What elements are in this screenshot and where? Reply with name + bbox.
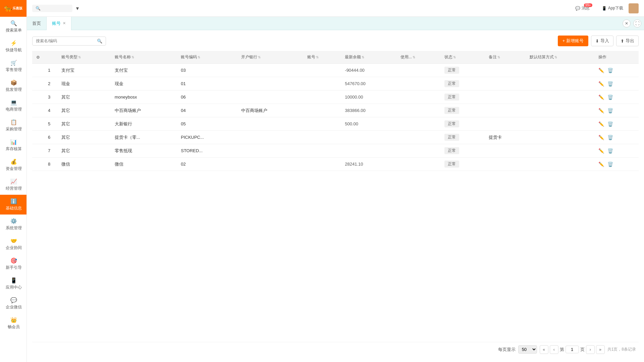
sort-name-icon: ⇅ — [131, 55, 134, 59]
row-bank — [237, 131, 303, 144]
edit-icon[interactable]: ✏️ — [598, 135, 604, 140]
header-search[interactable]: 🔍 — [32, 5, 72, 12]
delete-icon[interactable]: 🗑️ — [607, 121, 613, 127]
col-code[interactable]: 账号编码⇅ — [177, 51, 237, 64]
row-num: 2 — [44, 77, 57, 90]
sidebar-item-search-menu[interactable]: 🔍搜索菜单 — [0, 17, 26, 37]
import-button[interactable]: ⬇ 导入 — [591, 36, 613, 46]
row-remark: 提货卡 — [485, 131, 526, 144]
row-name: 微信 — [111, 158, 177, 171]
row-name: moneybosx — [111, 90, 177, 104]
row-account — [303, 131, 341, 144]
sidebar-item-app-center[interactable]: 📱应用中心 — [0, 274, 26, 294]
tab-expand-btn[interactable]: ⛶ — [633, 19, 641, 27]
tab-account-close[interactable]: ✕ — [63, 21, 66, 25]
sidebar-item-system-mgmt[interactable]: ⚙️系统管理 — [0, 215, 26, 234]
delete-icon[interactable]: 🗑️ — [607, 108, 613, 113]
col-type[interactable]: 账号类型⇅ — [57, 51, 111, 64]
row-account — [303, 90, 341, 104]
col-account[interactable]: 账号⇅ — [303, 51, 341, 64]
col-default-settle[interactable]: 默认结算方式⇅ — [526, 51, 594, 64]
logo-icon: 🐆 — [4, 4, 12, 12]
sidebar-item-operation-mgmt[interactable]: 📈经营管理 — [0, 175, 26, 195]
row-account — [303, 77, 341, 90]
app-download-btn[interactable]: 📱 App下载 — [602, 5, 623, 11]
row-remark — [485, 104, 526, 117]
next-page-btn[interactable]: › — [586, 345, 595, 354]
message-btn[interactable]: 💬 消息 99+ — [575, 5, 590, 11]
edit-icon[interactable]: ✏️ — [598, 121, 604, 127]
header-dropdown-icon[interactable]: ▼ — [75, 6, 80, 11]
sidebar-item-ecommerce-mgmt[interactable]: 💻电商管理 — [0, 96, 26, 116]
row-type: 其它 — [57, 117, 111, 131]
col-name[interactable]: 账号名称⇅ — [111, 51, 177, 64]
row-code: 03 — [177, 64, 237, 77]
row-settings — [32, 144, 44, 158]
sidebar-item-basic-info[interactable]: ℹ️基础信息 — [0, 195, 26, 215]
sidebar-icon-vip-member: 👑 — [10, 317, 17, 323]
first-page-btn[interactable]: « — [540, 345, 548, 354]
sidebar-item-enterprise-wechat[interactable]: 💬企业微信 — [0, 294, 26, 313]
row-bank — [237, 77, 303, 90]
pagination: 每页显示 50 20 100 « ‹ 第 页 › » 共1页，8条记录 — [32, 342, 639, 357]
sidebar-icon-app-center: 📱 — [10, 277, 17, 284]
sidebar-item-enterprise-agreement[interactable]: 🤝企业协同 — [0, 234, 26, 254]
delete-icon[interactable]: 🗑️ — [607, 81, 613, 86]
sidebar-icon-inventory-calc: 📊 — [10, 139, 17, 145]
tab-close-btn[interactable]: ✕ — [623, 19, 631, 27]
delete-icon[interactable]: 🗑️ — [607, 148, 613, 154]
sidebar-icon-search-menu: 🔍 — [10, 20, 17, 26]
table-row: 6 其它 提货卡（零... PICKUPC... 正常 提货卡 ✏️ 🗑️ — [32, 131, 639, 144]
row-remark — [485, 90, 526, 104]
sidebar-item-inventory-calc[interactable]: 📊库存核算 — [0, 135, 26, 155]
row-code: PICKUPC... — [177, 131, 237, 144]
delete-icon[interactable]: 🗑️ — [607, 162, 613, 167]
col-bank[interactable]: 开户银行⇅ — [237, 51, 303, 64]
sidebar-item-capital-mgmt[interactable]: 💰资金管理 — [0, 155, 26, 175]
row-default-settle — [526, 104, 594, 117]
user-avatar[interactable] — [629, 3, 639, 13]
row-usage — [396, 104, 441, 117]
col-status[interactable]: 状态⇅ — [440, 51, 485, 64]
tab-account[interactable]: 账号 ✕ — [47, 17, 71, 30]
page-prefix: 第 — [560, 347, 564, 353]
sidebar-label-enterprise-agreement: 企业协同 — [6, 245, 22, 251]
delete-icon[interactable]: 🗑️ — [607, 95, 613, 100]
edit-icon[interactable]: ✏️ — [598, 81, 604, 86]
sidebar-item-new-guide[interactable]: 🎯新手引导 — [0, 254, 26, 274]
page-navigation: « ‹ 第 页 › » — [540, 345, 605, 354]
delete-icon[interactable]: 🗑️ — [607, 135, 613, 140]
edit-icon[interactable]: ✏️ — [598, 148, 604, 154]
row-balance: 10000.00 — [341, 90, 396, 104]
delete-icon[interactable]: 🗑️ — [607, 68, 613, 73]
edit-icon[interactable]: ✏️ — [598, 95, 604, 100]
sidebar-label-quick-nav: 快捷导航 — [6, 47, 22, 53]
sidebar-icon-basic-info: ℹ️ — [10, 198, 17, 204]
prev-page-btn[interactable]: ‹ — [550, 345, 558, 354]
col-usage[interactable]: 使用...⇅ — [396, 51, 441, 64]
sidebar-item-purchase-mgmt[interactable]: 📋采购管理 — [0, 116, 26, 135]
edit-icon[interactable]: ✏️ — [598, 108, 604, 113]
status-badge: 正常 — [444, 120, 459, 127]
tab-home[interactable]: 首页 — [27, 17, 47, 30]
sidebar-item-vip-member[interactable]: 👑畅会员 — [0, 313, 26, 333]
sidebar-item-retail-mgmt[interactable]: 🛒零售管理 — [0, 56, 26, 76]
page-size-select[interactable]: 50 20 100 — [518, 345, 537, 354]
edit-icon[interactable]: ✏️ — [598, 68, 604, 73]
edit-icon[interactable]: ✏️ — [598, 162, 604, 167]
col-balance[interactable]: 最新余额⇅ — [341, 51, 396, 64]
page-number-input[interactable] — [566, 346, 579, 353]
row-status: 正常 — [440, 158, 485, 171]
add-account-button[interactable]: + 新增账号 — [558, 36, 588, 46]
col-settings[interactable]: ⚙ — [32, 51, 44, 64]
sidebar-item-wholesale-mgmt[interactable]: 📦批发管理 — [0, 76, 26, 96]
sidebar-label-inventory-calc: 库存核算 — [6, 146, 22, 152]
main-content: 🔍 ▼ 💬 消息 99+ 📱 App下载 首页 账号 ✕ — [27, 0, 644, 362]
search-box[interactable]: 🔍 — [32, 37, 106, 46]
last-page-btn[interactable]: » — [596, 345, 605, 354]
search-input[interactable] — [36, 39, 95, 43]
sidebar-item-quick-nav[interactable]: ⚡快捷导航 — [0, 37, 26, 56]
export-button[interactable]: ⬆ 导出 — [616, 36, 639, 46]
row-code: 04 — [177, 104, 237, 117]
col-remark[interactable]: 备注⇅ — [485, 51, 526, 64]
